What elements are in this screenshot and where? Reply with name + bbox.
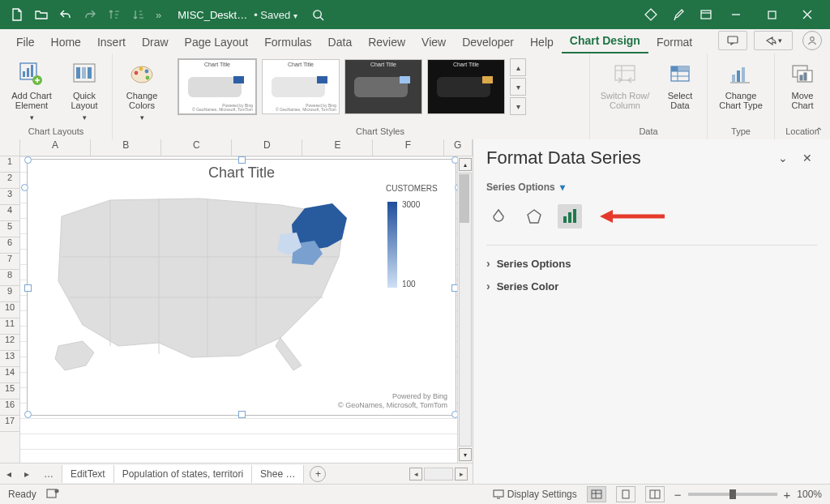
row-header[interactable]: 14 <box>0 367 19 383</box>
row-header[interactable]: 13 <box>0 351 19 367</box>
change-chart-type-button[interactable]: Change Chart Type <box>714 57 768 110</box>
zoom-out-button[interactable]: − <box>674 488 682 502</box>
row-header[interactable]: 15 <box>0 383 19 399</box>
move-chart-button[interactable]: Move Chart <box>781 57 824 110</box>
sheet-tab[interactable]: Population of states, territori <box>113 465 252 483</box>
panel-options-icon[interactable]: ⌄ <box>773 148 793 168</box>
page-layout-view-icon[interactable] <box>616 486 635 502</box>
share-button[interactable]: ▾ <box>754 31 793 50</box>
add-sheet-button[interactable]: + <box>310 466 326 482</box>
open-icon[interactable] <box>29 2 53 27</box>
tab-format[interactable]: Format <box>648 31 700 53</box>
tab-nav-next[interactable]: ▸ <box>18 468 36 480</box>
row-header[interactable]: 8 <box>0 270 19 286</box>
chart-style-3[interactable]: Chart Title <box>344 59 422 114</box>
display-settings-button[interactable]: Display Settings <box>493 489 577 500</box>
vertical-scrollbar[interactable]: ▴▾ <box>457 156 473 463</box>
new-file-icon[interactable] <box>5 2 29 27</box>
normal-view-icon[interactable] <box>587 486 606 502</box>
sort-desc-icon[interactable] <box>126 2 151 27</box>
tab-nav-prev[interactable]: ◂ <box>0 468 18 480</box>
tab-data[interactable]: Data <box>320 31 361 53</box>
quick-layout-button[interactable]: Quick Layout▾ <box>63 57 105 122</box>
maximize-button[interactable] <box>754 0 789 29</box>
chart-style-1[interactable]: Chart Title Powered by Bing © GeoNames, … <box>178 58 257 115</box>
tab-review[interactable]: Review <box>360 31 413 53</box>
tab-chart-design[interactable]: Chart Design <box>562 29 648 53</box>
panel-close-icon[interactable]: ✕ <box>798 148 817 168</box>
overflow-icon[interactable]: » <box>156 9 161 21</box>
tab-insert[interactable]: Insert <box>89 31 134 53</box>
comments-button[interactable] <box>718 31 747 50</box>
redo-icon[interactable] <box>78 2 102 27</box>
row-header[interactable]: 4 <box>0 205 19 221</box>
fill-line-icon[interactable] <box>486 204 511 229</box>
row-header[interactable]: 17 <box>0 416 19 432</box>
add-chart-element-button[interactable]: Add Chart Element▾ <box>6 57 57 122</box>
tab-draw[interactable]: Draw <box>134 31 177 53</box>
page-break-view-icon[interactable] <box>645 486 665 502</box>
tab-home[interactable]: Home <box>43 31 89 53</box>
tab-help[interactable]: Help <box>522 31 562 53</box>
select-all-corner[interactable] <box>0 139 20 156</box>
horizontal-scrollbar[interactable]: ◂▸ <box>409 468 468 481</box>
zoom-slider[interactable] <box>688 493 777 496</box>
row-header[interactable]: 6 <box>0 237 19 254</box>
col-header[interactable]: B <box>91 139 161 156</box>
diamond-icon[interactable] <box>639 2 663 27</box>
col-header[interactable]: G <box>444 139 473 156</box>
ribbon-mode-icon[interactable] <box>694 2 718 27</box>
save-state[interactable]: • Saved ▾ <box>254 9 297 21</box>
change-colors-button[interactable]: Change Colors▾ <box>119 57 165 122</box>
chart-style-4[interactable]: Chart Title <box>427 59 505 114</box>
cell-grid[interactable]: Chart Title <box>20 156 457 463</box>
col-header[interactable]: A <box>20 139 91 156</box>
sheet-tab[interactable]: EditText <box>62 465 114 483</box>
collapse-ribbon-icon[interactable]: ⌃ <box>815 126 824 138</box>
tab-page-layout[interactable]: Page Layout <box>177 31 257 53</box>
minimize-button[interactable] <box>718 0 754 29</box>
chevron-down-icon[interactable]: ▾ <box>560 182 565 193</box>
map-chart[interactable]: Chart Title <box>27 159 456 416</box>
row-header[interactable]: 9 <box>0 286 19 302</box>
search-icon[interactable] <box>302 2 335 27</box>
account-avatar[interactable] <box>802 31 822 50</box>
row-header[interactable]: 10 <box>0 302 19 318</box>
styles-more[interactable]: ▾ <box>510 97 526 115</box>
expander-series-options[interactable]: Series Options <box>486 252 817 275</box>
sheet-tab[interactable]: Shee … <box>251 465 304 483</box>
row-header[interactable]: 16 <box>0 399 19 416</box>
panel-subtitle[interactable]: Series Options <box>486 182 555 193</box>
row-header[interactable]: 12 <box>0 335 19 351</box>
brush-icon[interactable] <box>666 2 691 27</box>
select-data-button[interactable]: Select Data <box>660 57 700 110</box>
styles-scroll-down[interactable]: ▾ <box>510 78 526 96</box>
col-header[interactable]: E <box>302 139 373 156</box>
file-name[interactable]: MISC_Deskt… <box>178 9 247 21</box>
styles-scroll-up[interactable]: ▴ <box>510 58 526 76</box>
close-button[interactable] <box>789 0 825 29</box>
row-header[interactable]: 7 <box>0 254 19 270</box>
col-header[interactable]: F <box>373 139 443 156</box>
tab-file[interactable]: File <box>8 31 43 53</box>
chart-title[interactable]: Chart Title <box>28 164 456 182</box>
row-header[interactable]: 1 <box>0 156 19 173</box>
chart-style-2[interactable]: Chart Title Powered by Bing © GeoNames, … <box>262 59 340 114</box>
series-options-icon[interactable] <box>558 204 582 229</box>
macro-record-icon[interactable] <box>46 488 59 502</box>
row-header[interactable]: 5 <box>0 221 19 237</box>
tab-more[interactable]: … <box>36 468 62 480</box>
zoom-in-button[interactable]: + <box>784 488 791 502</box>
undo-icon[interactable] <box>53 2 78 27</box>
row-header[interactable]: 3 <box>0 189 19 205</box>
tab-formulas[interactable]: Formulas <box>256 31 319 53</box>
row-header[interactable]: 11 <box>0 318 19 335</box>
row-header[interactable]: 2 <box>0 173 19 189</box>
tab-developer[interactable]: Developer <box>454 31 522 53</box>
col-header[interactable]: C <box>161 139 232 156</box>
zoom-level[interactable]: 100% <box>797 489 822 500</box>
expander-series-color[interactable]: Series Color <box>486 275 817 297</box>
col-header[interactable]: D <box>232 139 302 156</box>
tab-view[interactable]: View <box>413 31 454 53</box>
effects-icon[interactable] <box>522 204 546 229</box>
